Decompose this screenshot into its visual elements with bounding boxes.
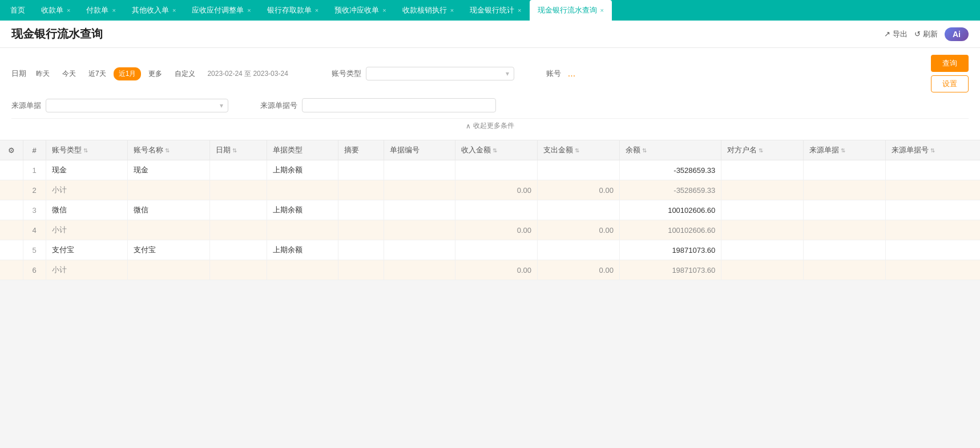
sort-icon: ⇅: [232, 147, 237, 154]
chevron-down-icon: ▾: [220, 102, 223, 110]
date-btn-1month[interactable]: 近1月: [114, 67, 142, 80]
settings-button[interactable]: 设置: [931, 75, 969, 92]
nav-tab-8[interactable]: 现金银行流水查询 ×: [530, 0, 612, 21]
date-btn-custom[interactable]: 自定义: [170, 67, 200, 80]
cell-date: [210, 180, 267, 200]
cell-date: [210, 260, 267, 280]
cell-balance: -3528659.33: [619, 180, 721, 200]
cell-source-doc-no: [886, 180, 980, 200]
close-icon[interactable]: ×: [172, 0, 176, 21]
cell-source-doc: [804, 180, 886, 200]
nav-tab-4[interactable]: 银行存取款单 ×: [259, 0, 326, 21]
account-type-select[interactable]: ▾: [366, 67, 514, 80]
cell-account-type: 小计: [46, 180, 128, 200]
cell-counterparty: [721, 180, 804, 200]
ai-button[interactable]: Ai: [945, 27, 969, 41]
refresh-icon: ↺: [914, 30, 921, 38]
cell-summary: [338, 200, 384, 220]
cell-income: [455, 240, 538, 260]
cell-account-name: 微信: [128, 200, 210, 220]
nav-tab-1[interactable]: 付款单 ×: [78, 0, 123, 21]
sort-icon: ⇅: [841, 147, 845, 154]
chevron-down-icon: ▾: [506, 70, 509, 78]
cell-source-doc-no: [886, 200, 980, 220]
sort-icon: ⇅: [930, 147, 935, 154]
nav-home[interactable]: 首页: [2, 0, 33, 21]
th-account-name[interactable]: 账号名称 ⇅: [128, 140, 210, 160]
cell-counterparty: [721, 160, 804, 180]
close-icon[interactable]: ×: [450, 0, 454, 21]
cell-date: [210, 240, 267, 260]
nav-tab-5[interactable]: 预收冲应收单 ×: [326, 0, 394, 21]
cell-doc-no: [384, 200, 455, 220]
cell-balance: 100102606.60: [619, 220, 721, 240]
source-doc-no-input[interactable]: [302, 98, 496, 112]
th-doc-type: 单据类型: [267, 140, 338, 160]
table-row[interactable]: 4小计0.000.00100102606.60: [0, 220, 980, 240]
close-icon[interactable]: ×: [67, 0, 70, 21]
refresh-button[interactable]: ↺ 刷新: [914, 29, 938, 39]
account-dots-button[interactable]: ...: [566, 68, 578, 79]
table-row[interactable]: 1现金现金上期余额-3528659.33: [0, 160, 980, 180]
date-btn-today[interactable]: 今天: [57, 67, 81, 80]
export-button[interactable]: ↗ 导出: [884, 29, 908, 39]
date-btn-more[interactable]: 更多: [143, 67, 167, 80]
nav-tab-3[interactable]: 应收应付调整单 ×: [184, 0, 259, 21]
table-row[interactable]: 5支付宝支付宝上期余额19871073.60: [0, 240, 980, 260]
cell-balance: -3528659.33: [619, 160, 721, 180]
nav-tab-0[interactable]: 收款单 ×: [33, 0, 78, 21]
date-btn-7days[interactable]: 近7天: [83, 67, 111, 80]
close-icon[interactable]: ×: [382, 0, 386, 21]
cell-income: [455, 160, 538, 180]
nav-tab-6[interactable]: 收款核销执行 ×: [394, 0, 462, 21]
th-source-doc-no[interactable]: 来源单据号 ⇅: [886, 140, 980, 160]
cell-num: 1: [23, 160, 46, 180]
source-doc-select[interactable]: ▾: [46, 99, 228, 112]
nav-tab-7[interactable]: 现金银行统计 ×: [462, 0, 529, 21]
query-button[interactable]: 查询: [931, 55, 969, 72]
table-row[interactable]: 3微信微信上期余额100102606.60: [0, 200, 980, 220]
close-icon[interactable]: ×: [247, 0, 251, 21]
close-icon[interactable]: ×: [315, 0, 318, 21]
cell-income: 0.00: [455, 220, 538, 240]
cell-account-name: [128, 180, 210, 200]
cell-balance: 100102606.60: [619, 200, 721, 220]
date-filter-group: 日期 昨天 今天 近7天 近1月 更多 自定义 2023-02-24 至 202…: [11, 67, 288, 80]
table-container: ⚙ # 账号类型 ⇅ 账号名称 ⇅ 日期: [0, 140, 980, 280]
close-icon[interactable]: ×: [112, 0, 115, 21]
cell-account-name: [128, 220, 210, 240]
collapse-icon: ∧: [466, 122, 471, 130]
collapse-bar[interactable]: ∧ 收起更多条件: [11, 118, 969, 133]
page-title: 现金银行流水查询: [11, 26, 103, 42]
cell-doc-no: [384, 260, 455, 280]
th-income[interactable]: 收入金额 ⇅: [455, 140, 538, 160]
table-row[interactable]: 6小计0.000.0019871073.60: [0, 260, 980, 280]
th-doc-no: 单据编号: [384, 140, 455, 160]
cell-source-doc-no: [886, 260, 980, 280]
close-icon[interactable]: ×: [518, 0, 521, 21]
cell-num: 4: [23, 220, 46, 240]
nav-tab-2[interactable]: 其他收入单 ×: [124, 0, 184, 21]
th-balance[interactable]: 余额 ⇅: [619, 140, 721, 160]
cell-num: 5: [23, 240, 46, 260]
cell-counterparty: [721, 260, 804, 280]
th-account-type[interactable]: 账号类型 ⇅: [46, 140, 128, 160]
close-icon[interactable]: ×: [600, 0, 604, 21]
th-expense[interactable]: 支出金额 ⇅: [538, 140, 620, 160]
cell-doc-type: 上期余额: [267, 240, 338, 260]
cell-num: 2: [23, 180, 46, 200]
th-date[interactable]: 日期 ⇅: [210, 140, 267, 160]
sort-icon: ⇅: [83, 147, 88, 154]
th-settings[interactable]: ⚙: [0, 140, 23, 160]
table-header-row: ⚙ # 账号类型 ⇅ 账号名称 ⇅ 日期: [0, 140, 980, 160]
cell-expense: [538, 240, 620, 260]
cell-source-doc-no: [886, 220, 980, 240]
account-type-filter-group: 账号类型 ▾: [332, 67, 514, 80]
th-counterparty[interactable]: 对方户名 ⇅: [721, 140, 804, 160]
cell-source-doc: [804, 240, 886, 260]
date-btn-yesterday[interactable]: 昨天: [31, 67, 55, 80]
th-source-doc[interactable]: 来源单据 ⇅: [804, 140, 886, 160]
cell-source-doc: [804, 200, 886, 220]
table-row[interactable]: 2小计0.000.00-3528659.33: [0, 180, 980, 200]
date-range-display: 2023-02-24 至 2023-03-24: [207, 69, 288, 79]
